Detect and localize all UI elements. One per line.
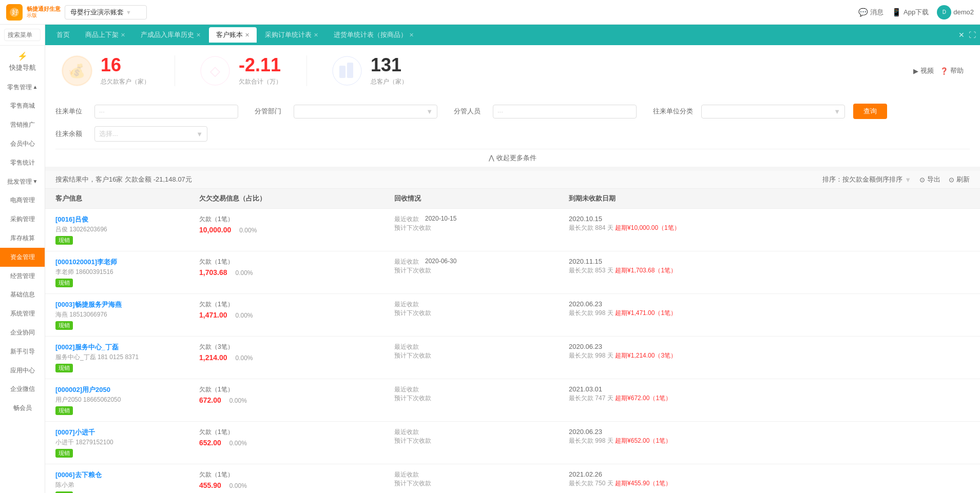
customer-cell-7: [0006]去下粮仓 陈小弟 现销	[55, 470, 199, 493]
sidebar-item-label: 批发管理	[7, 178, 32, 186]
batch-mgmt-arrow: ▼	[33, 178, 38, 185]
customer-name-6[interactable]: [0007]小进千	[55, 428, 199, 437]
sort-btn[interactable]: 排序：按欠款金额倒序排序 ▼	[822, 175, 911, 184]
sidebar-item-retail-mall[interactable]: 零售商城	[0, 96, 45, 115]
search-input[interactable]	[4, 29, 41, 41]
sidebar-item-operations[interactable]: 经营管理	[0, 267, 45, 286]
table-row: [0007]小进千 小进千 18279152100 现销 欠款（1笔） 652.…	[45, 422, 980, 464]
svg-point-2	[63, 56, 91, 85]
retail-mgmt-arrow: ▲	[33, 84, 38, 91]
sidebar-item-retail-stats[interactable]: 零售统计	[0, 153, 45, 172]
tab-customer-account[interactable]: 客户账本 ✕	[209, 27, 257, 43]
sidebar-item-enterprise-collab[interactable]: 企业协同	[0, 323, 45, 342]
tab-product-shelf[interactable]: 商品上下架 ✕	[78, 27, 132, 43]
debt-label-1: 欠款（1笔）	[199, 215, 394, 224]
tab-customer-account-close[interactable]: ✕	[245, 32, 249, 38]
sidebar-item-marketing[interactable]: 营销推广	[0, 115, 45, 134]
customer-name-2[interactable]: [0001020001]李老师	[55, 258, 199, 267]
message-icon: 💬	[858, 8, 868, 17]
overdue-amount-1[interactable]: 超期¥10,000.00（1笔）	[615, 224, 680, 231]
stats-actions: ▶ 视频 ❓ 帮助	[913, 66, 964, 75]
sidebar-item-new-guide[interactable]: 新手引导	[0, 342, 45, 361]
sidebar-item-basic-info[interactable]: 基础信息	[0, 285, 45, 304]
sidebar-item-member-center[interactable]: 会员中心	[0, 134, 45, 153]
sidebar-item-batch-mgmt[interactable]: 批发管理 ▼	[0, 172, 45, 191]
tab-customer-account-label: 客户账本	[216, 30, 243, 40]
customer-name-3[interactable]: [0003]畅捷服务尹海燕	[55, 300, 199, 309]
dept-input[interactable]: ▼	[294, 105, 437, 119]
overdue-amount-6[interactable]: 超期¥652.00（1笔）	[615, 437, 671, 444]
stat-card-total-debt-info: -2.11 欠款合计（万）	[239, 56, 282, 86]
tab-close-all-icon[interactable]: ✕	[958, 31, 965, 39]
overdue-amount-5[interactable]: 超期¥672.00（1笔）	[615, 395, 671, 402]
tab-product-shelf-close[interactable]: ✕	[121, 32, 125, 38]
svg-rect-6	[339, 66, 345, 78]
sidebar-item-label: 新手引导	[10, 348, 35, 355]
tab-product-history-close[interactable]: ✕	[196, 32, 201, 38]
customer-name-5[interactable]: [000002]用户2050	[55, 385, 199, 395]
debt-amount-5: 672.00	[199, 396, 221, 404]
sidebar-item-retail-mgmt[interactable]: 零售管理 ▲	[0, 78, 45, 97]
sidebar-item-ecommerce[interactable]: 电商管理	[0, 191, 45, 210]
customer-name-7[interactable]: [0006]去下粮仓	[55, 470, 199, 480]
stats-row: 💰 ¥ 16 总欠款客户（家）	[45, 45, 980, 96]
collection-cell-2: 最近收款 2020-06-30 预计下次收款	[394, 258, 569, 287]
collection-date-1: 2020-10-15	[425, 215, 456, 224]
collection-next-5: 预计下次收款	[394, 394, 569, 403]
table-row: [000002]用户2050 用户2050 18665062050 现销 欠款（…	[45, 379, 980, 422]
search-btn[interactable]: 查询	[853, 104, 887, 119]
tab-purchase-general[interactable]: 进货单统计表（按商品） ✕	[326, 27, 421, 43]
due-cell-1: 2020.10.15 最长欠款 884 天 超期¥10,000.00（1笔）	[569, 215, 970, 245]
collection-label-1: 最近收款	[394, 215, 419, 224]
sidebar-item-inventory[interactable]: 库存核算	[0, 229, 45, 248]
data-table: 客户信息 欠欠交易信息（占比） 回收情况 到期未收款日期 [0016]吕俊 吕俊…	[45, 189, 980, 493]
overdue-amount-7[interactable]: 超期¥455.90（1笔）	[615, 480, 671, 487]
message-btn[interactable]: 💬 消息	[858, 8, 883, 17]
tab-home[interactable]: 首页	[49, 27, 77, 43]
sidebar-item-label: 采购管理	[10, 215, 35, 223]
customer-detail-1: 吕俊 13026203696	[55, 225, 199, 234]
tab-product-shelf-label: 商品上下架	[85, 30, 119, 40]
vendor-category-input[interactable]: ▼	[701, 105, 845, 119]
store-selector[interactable]: 母婴行业演示账套 ▼	[65, 5, 147, 19]
customer-detail-7: 陈小弟	[55, 481, 199, 489]
view-video-btn[interactable]: ▶ 视频	[913, 66, 934, 75]
overdue-amount-2[interactable]: 超期¥1,703.68（1笔）	[615, 267, 677, 274]
sidebar-item-app-center[interactable]: 应用中心	[0, 361, 45, 380]
debt-amount-1: 10,000.00	[199, 226, 231, 234]
sidebar-item-capital-mgmt[interactable]: 资金管理	[0, 248, 45, 267]
stat-card-total-customers: 131 总客户（家）	[332, 55, 432, 86]
collapse-filter-btn[interactable]: ⋀ 收起更多条件	[55, 149, 970, 167]
app-download-btn[interactable]: 📱 App下载	[892, 8, 929, 17]
debt-cell-4: 欠款（3笔） 1,214.00 0.00%	[199, 343, 394, 372]
tab-purchase-stats[interactable]: 采购订单统计表 ✕	[258, 27, 325, 43]
sidebar-item-label: 经营管理	[10, 272, 35, 280]
stat-label-total-debt: 欠款合计（万）	[239, 77, 282, 86]
collection-cell-7: 最近收款 预计下次收款	[394, 470, 569, 493]
customer-name-4[interactable]: [0002]服务中心_丁磊	[55, 343, 199, 352]
filter-row-1: 往来单位 ··· 分管部门 ▼ 分管人员 ··· 往来单位	[55, 104, 970, 119]
vendor-input[interactable]: ···	[94, 105, 238, 119]
help-btn[interactable]: ❓ 帮助	[940, 66, 964, 75]
manager-input[interactable]: ···	[493, 105, 637, 119]
sidebar-item-quick-nav[interactable]: ⚡ 快捷导航	[0, 46, 45, 78]
collection-label-3: 最近收款	[394, 300, 419, 309]
balance-select[interactable]: 选择... ▼	[94, 126, 207, 142]
export-btn[interactable]: ⊙ 导出	[919, 175, 940, 184]
overdue-amount-4[interactable]: 超期¥1,214.00（3笔）	[615, 352, 677, 359]
sidebar-item-system-mgmt[interactable]: 系统管理	[0, 304, 45, 323]
sidebar-item-purchase-mgmt[interactable]: 采购管理	[0, 210, 45, 229]
user-profile-btn[interactable]: D demo2	[937, 5, 974, 19]
overdue-amount-3[interactable]: 超期¥1,471.00（1笔）	[615, 309, 677, 317]
debt-label-6: 欠款（1笔）	[199, 428, 394, 437]
tab-purchase-stats-close[interactable]: ✕	[314, 32, 318, 38]
tab-expand-icon[interactable]: ⛶	[969, 31, 976, 39]
sidebar-item-enterprise-wechat[interactable]: 企业微信	[0, 380, 45, 399]
overdue-days-6: 最长欠款 998 天 超期¥652.00（1笔）	[569, 437, 970, 445]
customer-name-1[interactable]: [0016]吕俊	[55, 215, 199, 224]
sidebar: ⚡ 快捷导航 零售管理 ▲ 零售商城 营销推广 会员中心 零售统计 批发管理 ▼	[0, 25, 45, 493]
sidebar-item-member-vip[interactable]: 畅会员	[0, 399, 45, 418]
refresh-btn[interactable]: ⊙ 刷新	[949, 175, 970, 184]
tab-purchase-general-close[interactable]: ✕	[409, 32, 414, 38]
tab-product-history[interactable]: 产成品入库单历史 ✕	[133, 27, 208, 43]
